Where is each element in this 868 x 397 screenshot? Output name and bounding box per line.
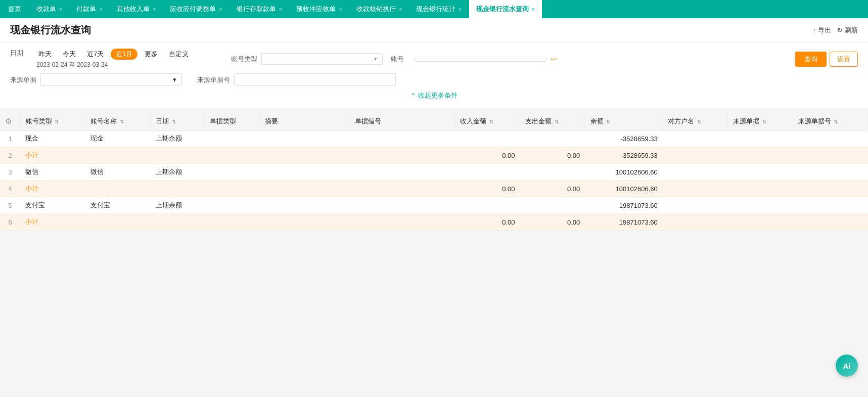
page-title: 现金银行流水查询 (10, 23, 91, 37)
cell-date (151, 181, 205, 197)
nav-item-label-6: 收款核销执行 (356, 5, 396, 14)
cell-expense (520, 197, 585, 214)
nav-item-3[interactable]: 应收应付调整单 × (163, 0, 229, 18)
nav-close-3[interactable]: × (219, 6, 222, 12)
col-summary: 摘要 (259, 113, 349, 130)
cell-source-doc (728, 147, 793, 164)
account-more-button[interactable]: ··· (551, 55, 557, 63)
query-button[interactable]: 查询 (795, 52, 827, 67)
cell-account-type: 小计 (20, 181, 85, 197)
cell-source-doc (728, 197, 793, 214)
cell-account-name (85, 147, 151, 164)
col-account-name[interactable]: 账号名称 ⇅ (85, 113, 151, 130)
cell-income (455, 197, 520, 214)
source-doc-no-label: 来源单据号 (197, 75, 230, 84)
export-icon: ↑ (813, 26, 816, 34)
account-type-arrow-icon: ▾ (374, 56, 377, 62)
account-input[interactable] (415, 57, 546, 62)
cell-num: 3 (0, 164, 20, 181)
col-balance[interactable]: 余额 ⇅ (585, 113, 662, 130)
cell-account-name: 现金 (85, 130, 151, 147)
cell-num: 5 (0, 197, 20, 214)
nav-close-8[interactable]: × (532, 6, 535, 12)
sort-icon-account-type: ⇅ (55, 119, 59, 124)
col-gear[interactable]: ⚙ (0, 113, 20, 130)
nav-item-0[interactable]: 收款单 × (29, 0, 69, 18)
page-header: 现金银行流水查询 ↑ 导出 ↻ 刷新 (0, 18, 868, 42)
filter-row-2: 来源单据 ▾ 来源单据号 (10, 73, 858, 86)
source-doc-select[interactable]: ▾ (40, 73, 182, 86)
col-source-doc[interactable]: 来源单据 ⇅ (728, 113, 793, 130)
refresh-button[interactable]: ↻ 刷新 (837, 26, 858, 35)
nav-close-7[interactable]: × (459, 6, 462, 12)
cell-date (151, 214, 205, 231)
col-counterparty[interactable]: 对方户名 ⇅ (663, 113, 728, 130)
nav-item-8[interactable]: 现金银行流水查询 × (469, 0, 542, 18)
nav-home[interactable]: 首页 (0, 0, 29, 18)
date-opt-custom[interactable]: 自定义 (165, 49, 193, 60)
cell-income (455, 130, 520, 147)
nav-close-0[interactable]: × (59, 6, 62, 12)
nav-item-label-3: 应收应付调整单 (170, 5, 216, 14)
col-doc-no: 单据编号 (350, 113, 455, 130)
cell-summary (259, 214, 349, 231)
nav-close-5[interactable]: × (339, 6, 342, 12)
date-opt-today[interactable]: 今天 (59, 49, 80, 60)
source-doc-item: 来源单据 ▾ (10, 73, 182, 86)
nav-close-6[interactable]: × (399, 6, 402, 12)
nav-item-5[interactable]: 预收冲应收单 × (289, 0, 349, 18)
cell-balance: 19871073.60 (585, 197, 662, 214)
nav-item-7[interactable]: 现金银行统计 × (409, 0, 469, 18)
export-label: 导出 (818, 26, 831, 35)
col-doc-type: 单据类型 (205, 113, 260, 130)
filter-row-1: 日期 昨天 今天 近7天 近1月 更多 自定义 2023-02-24 至 202… (10, 49, 858, 69)
cell-balance: 19871073.60 (585, 214, 662, 231)
account-type-select[interactable]: ▾ (261, 53, 383, 65)
col-date[interactable]: 日期 ⇅ (151, 113, 205, 130)
sort-icon-date: ⇅ (172, 119, 176, 124)
date-opt-more[interactable]: 更多 (141, 49, 162, 60)
cell-balance: -3528659.33 (585, 130, 662, 147)
nav-item-label-0: 收款单 (36, 5, 56, 14)
cell-account-name: 微信 (85, 164, 151, 181)
cell-doc-type (205, 164, 260, 181)
col-source-doc-no[interactable]: 来源单据号 ⇅ (793, 113, 867, 130)
cell-doc-type (205, 197, 260, 214)
source-doc-label: 来源单据 (10, 75, 36, 84)
date-opt-1month[interactable]: 近1月 (111, 49, 138, 60)
date-opt-7days[interactable]: 近7天 (83, 49, 108, 60)
cell-counterparty (663, 197, 728, 214)
account-label: 账号 (391, 55, 411, 64)
col-expense[interactable]: 支出金额 ⇅ (520, 113, 585, 130)
nav-close-2[interactable]: × (153, 6, 156, 12)
nav-item-6[interactable]: 收款核销执行 × (349, 0, 409, 18)
account-type-label: 账号类型 (231, 55, 257, 64)
cell-balance: 100102606.60 (585, 181, 662, 197)
cell-expense (520, 164, 585, 181)
settings-button[interactable]: 设置 (830, 52, 858, 67)
cell-summary (259, 197, 349, 214)
nav-close-1[interactable]: × (99, 6, 102, 12)
cell-counterparty (663, 164, 728, 181)
export-button[interactable]: ↑ 导出 (813, 26, 832, 35)
nav-close-4[interactable]: × (279, 6, 282, 12)
sort-icon-source-doc: ⇅ (762, 119, 766, 124)
source-doc-arrow-icon: ▾ (173, 76, 176, 83)
source-doc-no-input[interactable] (234, 73, 396, 86)
nav-item-2[interactable]: 其他收入单 × (110, 0, 163, 18)
col-income[interactable]: 收入金额 ⇅ (455, 113, 520, 130)
cell-account-name (85, 181, 151, 197)
date-opt-yesterday[interactable]: 昨天 (34, 49, 56, 60)
cell-counterparty (663, 181, 728, 197)
nav-item-1[interactable]: 付款单 × (69, 0, 109, 18)
nav-item-4[interactable]: 银行存取款单 × (230, 0, 289, 18)
gear-icon[interactable]: ⚙ (5, 117, 12, 125)
source-doc-no-item: 来源单据号 (197, 73, 396, 86)
col-account-type[interactable]: 账号类型 ⇅ (20, 113, 85, 130)
cell-account-name: 支付宝 (85, 197, 151, 214)
cell-date: 上期余额 (151, 130, 205, 147)
table-row: 3微信微信上期余额100102606.60 (0, 164, 868, 181)
sort-icon-counterparty: ⇅ (697, 119, 701, 124)
cell-account-type: 微信 (20, 164, 85, 181)
collapse-bar[interactable]: ⌃ 收起更多条件 (10, 89, 858, 102)
